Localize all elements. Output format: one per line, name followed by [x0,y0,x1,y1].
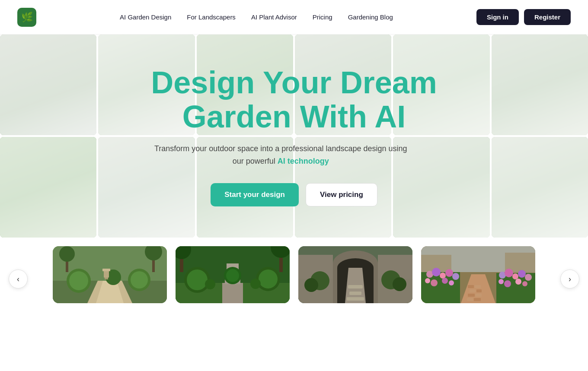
nav-for-landscapers[interactable]: For Landscapers [187,13,236,21]
svg-point-78 [499,279,504,284]
svg-point-70 [442,278,448,284]
nav-actions: Sign in Register [476,9,571,25]
view-pricing-button[interactable]: View pricing [306,183,377,206]
svg-rect-58 [468,294,475,297]
hero-section: Design Your Dream Garden With AI Transfo… [0,35,588,238]
svg-rect-59 [476,294,482,297]
svg-rect-42 [348,285,363,289]
svg-rect-54 [468,285,474,288]
hero-buttons: Start your design View pricing [151,183,437,206]
svg-rect-57 [476,289,482,292]
svg-point-66 [445,269,453,277]
svg-rect-61 [474,298,481,301]
svg-point-67 [452,273,459,280]
signin-button[interactable]: Sign in [476,9,519,25]
svg-point-65 [440,273,446,279]
navbar: 🌿 AI Garden Design For Landscapers AI Pl… [0,0,588,35]
hero-subtitle: Transform your outdoor space into a prof… [151,143,410,168]
carousel-prev-button[interactable]: ‹ [9,270,28,289]
hero-ai-link[interactable]: AI technology [278,157,329,165]
svg-point-71 [449,280,454,285]
svg-point-76 [518,270,526,278]
svg-rect-56 [470,289,476,292]
carousel-item-3 [298,246,412,303]
svg-point-31 [205,279,215,289]
svg-point-26 [226,269,239,282]
svg-rect-11 [105,278,108,279]
svg-point-74 [505,269,513,277]
svg-point-7 [131,271,148,289]
hero-title: Design Your Dream Garden With AI [151,66,437,134]
svg-point-22 [187,270,208,290]
bg-tile-1 [0,35,96,135]
svg-point-32 [250,279,261,289]
svg-point-69 [431,279,438,286]
svg-point-48 [393,277,406,291]
svg-rect-60 [467,298,473,301]
svg-rect-55 [475,285,481,288]
svg-point-75 [512,273,518,279]
logo[interactable]: 🌿 [17,8,36,27]
nav-ai-garden-design[interactable]: AI Garden Design [120,13,171,21]
carousel-item-2 [176,246,290,303]
nav-ai-plant-advisor[interactable]: AI Plant Advisor [251,13,297,21]
svg-rect-10 [102,269,110,271]
svg-point-81 [522,281,527,286]
svg-point-5 [69,271,88,290]
carousel-track [0,246,588,303]
svg-rect-43 [349,292,361,295]
carousel-section: ‹ [0,238,588,320]
carousel-item-1 [53,246,167,303]
svg-point-47 [304,278,318,292]
bg-tile-12 [492,137,588,238]
nav-links: AI Garden Design For Landscapers AI Plan… [120,13,393,21]
svg-point-24 [259,270,278,289]
start-design-button[interactable]: Start your design [211,183,299,206]
svg-rect-18 [222,283,243,303]
svg-point-77 [525,274,532,281]
svg-point-64 [432,268,441,276]
logo-icon: 🌿 [17,8,36,27]
hero-content: Design Your Dream Garden With AI Transfo… [142,66,446,206]
svg-point-80 [515,279,521,285]
nav-pricing[interactable]: Pricing [313,13,332,21]
svg-point-68 [425,278,430,283]
register-button[interactable]: Register [524,9,571,25]
svg-point-79 [504,280,511,287]
bg-tile-6 [492,35,588,135]
svg-rect-44 [347,297,364,301]
svg-point-13 [59,246,75,262]
bg-tile-7 [0,137,96,238]
carousel-item-4 [421,246,535,303]
nav-gardening-blog[interactable]: Gardening Blog [348,13,393,21]
carousel-next-button[interactable]: › [560,270,579,289]
